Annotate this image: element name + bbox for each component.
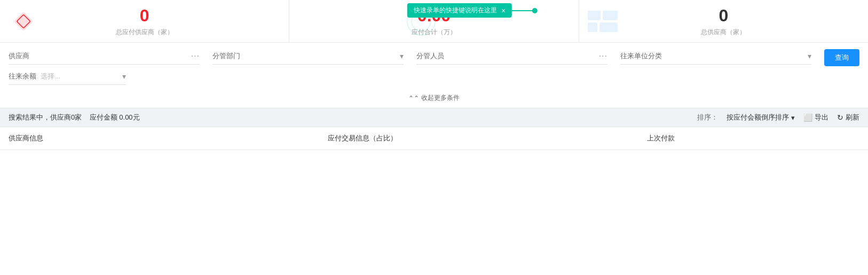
stat-total-payable-suppliers: 0 总应付供应商（家）	[0, 0, 289, 42]
export-icon: ⬜	[803, 113, 812, 122]
sort-value: 按应付会额倒序排序	[727, 113, 789, 122]
result-actions: 排序： 按应付会额倒序排序 ▾ ⬜ 导出 ↻ 刷新	[697, 113, 859, 122]
filter-row-1: 供应商 ··· 分管部门 ▾ 分管人员 ··· 往来单位分类 ▾ 查询	[9, 49, 859, 66]
unit-class-input[interactable]	[666, 52, 803, 60]
tooltip-bubble: 快速录单的快捷键说明在这里 ×	[407, 3, 512, 18]
filter-balance: 往来余额 选择... ▾	[9, 72, 126, 85]
manager-dots[interactable]: ···	[599, 51, 607, 61]
collapse-bar: ⌃⌃ 收起更多条件	[9, 90, 859, 108]
balance-label: 往来余额	[9, 72, 36, 81]
manager-label: 分管人员	[416, 51, 444, 61]
division-label: 分管部门	[212, 51, 240, 61]
svg-point-4	[417, 17, 425, 26]
col-header-last-payment: 上次付款	[647, 133, 860, 143]
tooltip-close-icon[interactable]: ×	[501, 7, 506, 14]
result-summary: 搜索结果中，供应商0家 应付金额 0.00元	[9, 113, 140, 122]
svg-rect-7	[588, 22, 597, 32]
filter-row-2: 往来余额 选择... ▾	[9, 72, 859, 85]
refresh-button[interactable]: ↻ 刷新	[837, 113, 859, 122]
result-suppliers-text: 搜索结果中，供应商0家	[9, 113, 82, 121]
content-area	[0, 150, 868, 275]
supplier-dots[interactable]: ···	[191, 51, 200, 61]
stat-payable-total: 0.00 应付合计（万） 快速录单的快捷键说明在这里 ×	[289, 0, 579, 42]
stat-all-suppliers: 0 总供应商（家）	[579, 0, 868, 42]
refresh-label: 刷新	[846, 113, 859, 122]
stats-bar: 0 总应付供应商（家） 0.00 应付合计（万） 快速录单的快捷键说明在这里 ×…	[0, 0, 868, 43]
sort-select[interactable]: 按应付会额倒序排序 ▾	[727, 113, 795, 122]
result-bar: 搜索结果中，供应商0家 应付金额 0.00元 排序： 按应付会额倒序排序 ▾ ⬜…	[0, 108, 868, 127]
refresh-icon: ↻	[837, 113, 843, 122]
collapse-up-icon: ⌃⌃	[408, 95, 419, 102]
filter-manager: 分管人员 ···	[416, 51, 607, 65]
query-button[interactable]: 查询	[824, 49, 859, 66]
table-header: 供应商信息 应付交易信息（占比） 上次付款	[0, 127, 868, 150]
balance-chevron[interactable]: ▾	[122, 72, 126, 81]
filter-division: 分管部门 ▾	[212, 51, 404, 65]
collapse-button[interactable]: ⌃⌃ 收起更多条件	[408, 93, 460, 103]
grid-icon	[588, 11, 618, 32]
total-payable-label: 总应付供应商（家）	[116, 28, 173, 37]
division-input[interactable]	[244, 52, 396, 60]
svg-rect-5	[588, 11, 601, 20]
balance-placeholder: 选择...	[41, 72, 118, 81]
unit-class-chevron[interactable]: ▾	[808, 52, 811, 60]
tooltip-dot	[532, 8, 538, 13]
manager-input[interactable]	[448, 52, 595, 60]
tooltip-text: 快速录单的快捷键说明在这里	[414, 6, 497, 15]
svg-rect-6	[603, 11, 618, 20]
col-header-supplier-info: 供应商信息	[9, 133, 328, 143]
unit-class-label: 往来单位分类	[620, 51, 662, 61]
diamond-logo-icon	[11, 9, 36, 34]
filter-section: 供应商 ··· 分管部门 ▾ 分管人员 ··· 往来单位分类 ▾ 查询 往来余额…	[0, 43, 868, 108]
filter-supplier: 供应商 ···	[9, 51, 200, 65]
export-button[interactable]: ⬜ 导出	[803, 113, 828, 122]
all-suppliers-label: 总供应商（家）	[701, 28, 746, 37]
collapse-label: 收起更多条件	[421, 93, 460, 103]
filter-unit-class: 往来单位分类 ▾	[620, 51, 811, 65]
svg-rect-8	[599, 22, 618, 32]
supplier-label: 供应商	[9, 51, 30, 61]
sort-label: 排序：	[697, 113, 718, 122]
export-label: 导出	[815, 113, 828, 122]
col-header-transaction-info: 应付交易信息（占比）	[328, 133, 647, 143]
result-amount-text: 应付金额 0.00元	[90, 113, 140, 121]
total-payable-count: 0	[140, 5, 149, 26]
sort-chevron-icon: ▾	[791, 114, 795, 122]
division-chevron[interactable]: ▾	[400, 52, 404, 60]
all-suppliers-count: 0	[719, 5, 728, 26]
supplier-input[interactable]	[34, 52, 187, 60]
